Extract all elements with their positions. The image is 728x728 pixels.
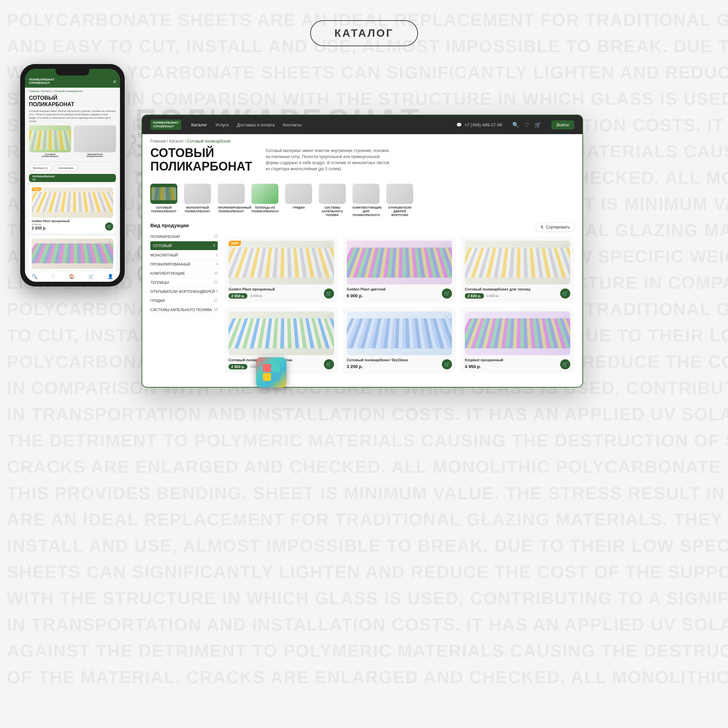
desktop-product-1: NEW ♡ Golden Plast прозрачный 2 650 р. 3… <box>225 237 338 303</box>
desktop-cat-gryadki[interactable]: ГРЯДКИ <box>285 184 312 217</box>
desktop-products-section: ⇅ Сортировать NEW ♡ Golden Plast прозрач… <box>225 222 574 373</box>
desktop-product-1-price-old: 3 000 р. <box>250 294 262 298</box>
breadcrumb-catalog[interactable]: Каталог <box>169 139 184 144</box>
desktop-product-4-heart[interactable]: ♡ <box>327 314 331 320</box>
desktop-nav-delivery[interactable]: Доставка и оплата <box>237 122 275 127</box>
phone-filter-bar: Фильтры (1) Сортировать <box>25 162 120 174</box>
desktop-sort-button[interactable]: ⇅ Сортировать <box>536 222 574 232</box>
desktop-product-2-cart[interactable]: 🛒 <box>442 289 452 298</box>
breadcrumb-current: Сотовый поликарбонат <box>187 139 231 144</box>
desktop-breadcrumb: Главная / Каталог / Сотовый поликарбонат <box>142 134 583 146</box>
phone-product-img-monolith[interactable] <box>74 125 116 152</box>
desktop-product-5: ♡ Сотовый поликарбонат SkyGlass 3 250 р.… <box>343 307 456 373</box>
desktop-product-5-price: 3 250 р. <box>347 364 363 369</box>
desktop-sidebar-title: Вид продукции <box>150 222 218 228</box>
phone-filters-button[interactable]: Фильтры (1) <box>29 165 52 171</box>
desktop-cat-label-kompl: КОМПЛЕКТУЮЩИЕ ДЛЯ ПОЛИКАРБОНАТА <box>353 206 379 217</box>
desktop-cat-label-gryadki: ГРЯДКИ <box>292 206 305 210</box>
phone-product-img-sotovy[interactable] <box>29 125 71 152</box>
phone-product-card-1-image[interactable]: NEW ♡ <box>32 187 113 218</box>
catalog-button-top[interactable]: КАТАЛОГ <box>310 20 418 46</box>
desktop-product-3-price-new: 2 830 р. <box>465 293 484 298</box>
desktop-cat-teplitsy[interactable]: ТЕПЛИЦЫ ИЗ ПОЛИКАРБОНАТА <box>251 184 278 217</box>
phone-nav-search[interactable]: 🔍 <box>32 274 37 279</box>
phone-product-card-2-image[interactable]: ♡ <box>32 239 113 269</box>
desktop-product-5-price-row: 3 250 р. <box>347 364 452 369</box>
desktop-cart-icon[interactable]: 🛒 <box>535 122 541 128</box>
desktop-cat-sotovy[interactable]: СОТОВЫЙ ПОЛИКАРБОНАТ <box>150 184 177 217</box>
desktop-product-5-image[interactable]: ♡ <box>347 311 452 355</box>
desktop-cat-icon-sotovy <box>150 184 177 204</box>
phone-nav-home[interactable]: 🏠 <box>69 274 75 279</box>
desktop-cat-kompl[interactable]: КОМПЛЕКТУЮЩИЕ ДЛЯ ПОЛИКАРБОНАТА <box>353 184 379 217</box>
desktop-cat-profile[interactable]: ПРОФИЛИРОВАННЫЙ ПОЛИКАРБОНАТ <box>218 184 245 217</box>
phone-breadcrumb: Главная / Каталог / Сотовый поликарбонат <box>25 88 120 93</box>
desktop-filter-sotovy[interactable]: СОТОВЫЙ 8 <box>150 241 218 250</box>
desktop-filter-kompl[interactable]: КОМПЛЕКТУЮЩИЕ 10 <box>150 269 218 278</box>
desktop-mockup: ПОЛИКАРБОНАТ СТРОЙПЛАСТ Каталог Услуги Д… <box>142 115 583 388</box>
watermark-line-25: AGAINST THE DETRIMENT TO POLYMERIC MATER… <box>7 638 721 664</box>
desktop-filter-kapelny[interactable]: СИСТЕМЫ КАПЕЛЬНОГО ПОЛИВА 16 <box>150 305 218 315</box>
desktop-nav: Каталог Услуги Доставка и оплата Контакт… <box>191 122 446 127</box>
desktop-cat-label-profile: ПРОФИЛИРОВАННЫЙ ПОЛИКАРБОНАТ <box>218 206 245 213</box>
phone-nav-heart[interactable]: ♡ <box>51 274 55 279</box>
desktop-cat-label-monolith: МОНОЛИТНЫЙ ПОЛИКАРБОНАТ <box>184 206 211 213</box>
desktop-header-icons: 🔍 ♡ 🛒 <box>512 122 541 128</box>
phone-filter-tag[interactable]: ПОЛИКАРБОНАТ13 <box>29 174 116 182</box>
desktop-filter-teplitsy[interactable]: ТЕПЛИЦЫ 11 <box>150 278 218 287</box>
phone-product-grid: NEW ♡ Golden Plast прозрачный 3 000 р. 2… <box>25 185 120 281</box>
desktop-product-2-image[interactable]: ♡ <box>347 241 452 284</box>
breadcrumb-home[interactable]: Главная <box>150 139 166 144</box>
desktop-filter-gryadki[interactable]: ГРЯДКИ 17 <box>150 296 218 305</box>
desktop-cat-label-otkry: ОТКРЫВАТЕЛИ ДВЕРЕЙ ФОРТОЧЕК <box>386 206 413 217</box>
desktop-product-5-heart[interactable]: ♡ <box>445 314 449 320</box>
desktop-product-5-name: Сотовый поликарбонат SkyGlass <box>347 358 452 362</box>
desktop-product-1-heart[interactable]: ♡ <box>327 243 331 249</box>
phone-product-card-2-heart[interactable]: ♡ <box>108 240 112 245</box>
desktop-sidebar: Вид продукции ПОЛИКАРБОНАТ 13 СОТОВЫЙ 8 … <box>150 222 218 373</box>
phone-nav-cart[interactable]: 🛒 <box>88 274 94 279</box>
desktop-product-2: ♡ Golden Plast цветной 6 000 р. 🛒 <box>343 237 456 303</box>
desktop-product-5-cart[interactable]: 🛒 <box>442 359 452 369</box>
desktop-cat-icon-kompl <box>353 184 379 204</box>
desktop-nav-services[interactable]: Услуги <box>216 122 229 127</box>
desktop-categories: СОТОВЫЙ ПОЛИКАРБОНАТ МОНОЛИТНЫЙ ПОЛИКАРБ… <box>142 178 583 222</box>
desktop-filter-monolith[interactable]: МОНОЛИТНЫЙ 1 <box>150 251 218 260</box>
desktop-search-icon[interactable]: 🔍 <box>512 122 519 128</box>
desktop-cat-otkry[interactable]: ОТКРЫВАТЕЛИ ДВЕРЕЙ ФОРТОЧЕК <box>386 184 413 217</box>
desktop-content-row: Вид продукции ПОЛИКАРБОНАТ 13 СОТОВЫЙ 8 … <box>142 222 583 373</box>
desktop-nav-catalog[interactable]: Каталог <box>191 122 207 127</box>
phone-product-card-1-name: Golden Plast прозрачный <box>32 219 113 223</box>
desktop-product-6-name: Kinplast прозрачный <box>465 358 570 362</box>
desktop-cat-monolith[interactable]: МОНОЛИТНЫЙ ПОЛИКАРБОНАТ <box>184 184 211 217</box>
phone-product-label-sotovy: СОТОВЫЙПОЛИКАРБОНАТ <box>29 152 71 158</box>
desktop-product-6-heart[interactable]: ♡ <box>563 314 567 320</box>
phone-mockup: ПОЛИКАРБОНАТ СТРОЙПЛАСТ ≡ Главная / Ката… <box>20 64 125 286</box>
phone-menu-icon[interactable]: ≡ <box>113 79 116 84</box>
desktop-product-1-image[interactable]: NEW ♡ <box>228 241 334 284</box>
desktop-product-3-image[interactable]: ♡ <box>465 241 570 284</box>
desktop-product-3-cart[interactable]: 🛒 <box>560 289 570 298</box>
desktop-product-6-image[interactable]: ♡ <box>465 311 570 355</box>
desktop-cat-kapelny[interactable]: СИСТЕМЫ КАПЕЛЬНОГО ПОЛИВА <box>319 184 346 217</box>
phone-product-card-1-heart[interactable]: ♡ <box>108 189 112 193</box>
desktop-nav-contacts[interactable]: Контакты <box>283 122 302 127</box>
phone-nav-user[interactable]: 👤 <box>107 274 113 279</box>
desktop-product-1-cart[interactable]: 🛒 <box>324 289 334 298</box>
desktop-product-4-cart[interactable]: 🛒 <box>324 359 334 369</box>
desktop-filter-otkry[interactable]: ОТКРЫВАТЕЛИ ФОРТОЧЕК/ДВЕРЕЙ 4 <box>150 287 218 296</box>
desktop-product-3-price-old: 3 000 р. <box>487 294 499 298</box>
desktop-login-button[interactable]: Войти <box>551 120 574 129</box>
desktop-product-2-heart[interactable]: ♡ <box>445 243 449 249</box>
desktop-product-3-heart[interactable]: ♡ <box>563 243 567 249</box>
desktop-product-4-image[interactable]: ♡ <box>228 311 334 355</box>
desktop-product-grid: NEW ♡ Golden Plast прозрачный 2 650 р. 3… <box>225 237 574 303</box>
desktop-filter-profile[interactable]: ПРОФИЛИРОВАННЫЙ 4 <box>150 260 218 269</box>
phone-sort-button[interactable]: Сортировать <box>54 165 78 171</box>
desktop-product-6-cart[interactable]: 🛒 <box>560 359 570 369</box>
phone-bottom-nav: 🔍 ♡ 🏠 🛒 👤 <box>25 271 120 282</box>
desktop-product-1-name: Golden Plast прозрачный <box>228 287 334 291</box>
desktop-heart-icon[interactable]: ♡ <box>525 122 529 128</box>
phone-product-images: СОТОВЫЙПОЛИКАРБОНАТ МОНОЛИТНЫЙПОЛИКАРБОН… <box>25 125 120 162</box>
desktop-filter-polycarbonate[interactable]: ПОЛИКАРБОНАТ 13 <box>150 232 218 241</box>
